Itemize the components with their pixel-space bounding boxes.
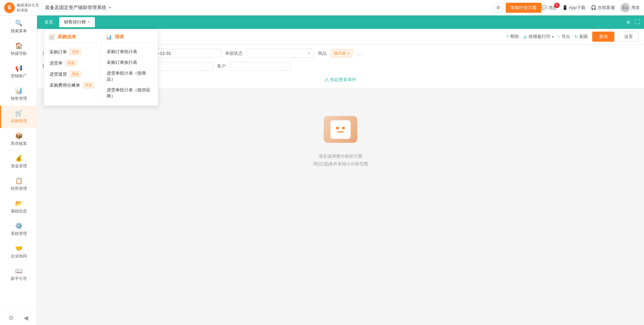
phone-icon: 📱 bbox=[562, 5, 568, 10]
inbound-stat-supplier-item[interactable]: 进货单统计表（按供应商） bbox=[105, 85, 154, 101]
purchase-icon: 🛒 bbox=[15, 110, 23, 117]
robot-eye-right bbox=[342, 127, 345, 129]
customer-dots: ··· bbox=[283, 64, 287, 69]
user-button[interactable]: Ea 用友 bbox=[620, 3, 640, 12]
sidebar-settings-icon[interactable]: ⚙ bbox=[8, 314, 14, 322]
system-icon: ⚙️ bbox=[15, 222, 23, 230]
message-icon: 💬 bbox=[541, 5, 547, 10]
salesperson-select[interactable]: ··· bbox=[152, 62, 213, 71]
print-chevron-icon: ▾ bbox=[552, 34, 554, 39]
purchase-expense-history-badge: 历史 bbox=[83, 82, 94, 88]
home-icon: 🏠 bbox=[15, 42, 23, 49]
topbar-right-area: 💬 消息 5 📱 App下载 🎧 在线客服 Ea 用友 bbox=[541, 3, 640, 12]
sidebar-item-inventory[interactable]: 📦 库存核算 bbox=[0, 128, 37, 151]
tabbar-close-button[interactable]: ✕ bbox=[625, 18, 632, 27]
logo-icon: 6 bbox=[4, 2, 15, 13]
export-button[interactable]: ↑ 导出 bbox=[558, 34, 571, 40]
customer-select[interactable]: ··· bbox=[230, 62, 290, 71]
sidebar-item-quick[interactable]: 🏠 快捷导航 bbox=[0, 38, 37, 60]
sidebar-item-sales[interactable]: 📊 销售管理 bbox=[0, 83, 37, 106]
purchase-section-icon: 🛒 bbox=[48, 33, 56, 41]
collapse-arrow-icon: ⋀ bbox=[325, 77, 329, 82]
sidebar-item-finance[interactable]: 💰 资金管理 bbox=[0, 151, 37, 173]
settings-button[interactable]: 设置 bbox=[618, 32, 639, 42]
finance-icon: 💰 bbox=[15, 155, 23, 162]
refresh-button[interactable]: ↻ 刷新 bbox=[574, 34, 588, 40]
tab-close-icon[interactable]: × bbox=[88, 20, 90, 25]
help-button[interactable]: ? 帮助 bbox=[506, 34, 518, 40]
purchase-order-history-badge: 历史 bbox=[70, 49, 81, 55]
purchase-order-exec-item[interactable]: 采购订单执行表 bbox=[105, 57, 154, 68]
report-section-icon: 📊 bbox=[105, 33, 113, 41]
tabbar: 首页 销售排行榜 × ✕ ⛶ bbox=[37, 15, 644, 29]
return-goods-history-badge: 历史 bbox=[70, 71, 81, 77]
goods-label: 商品 bbox=[318, 50, 327, 56]
doc-status-chevron-icon: ▾ bbox=[308, 51, 310, 56]
user-avatar: Ea bbox=[620, 3, 630, 12]
operation-icon: 📋 bbox=[15, 177, 23, 185]
robot-mouth bbox=[337, 131, 344, 132]
purchase-section-header: 🛒 采购业务 bbox=[48, 33, 97, 43]
robot-eyes bbox=[336, 127, 345, 129]
sidebar-item-guide[interactable]: 📖 新手引导 bbox=[0, 263, 37, 286]
customer-label: 客户 bbox=[217, 63, 226, 69]
help-icon: ? bbox=[506, 34, 508, 39]
doc-status-select[interactable]: ▾ bbox=[247, 49, 314, 58]
empty-icon-bg bbox=[324, 116, 357, 143]
purchase-order-item[interactable]: 采购订单 历史 bbox=[48, 46, 97, 57]
title-chevron-icon[interactable]: ▾ bbox=[109, 5, 111, 10]
print-icon: 🖨 bbox=[523, 34, 527, 39]
salesperson-dots: ··· bbox=[206, 64, 209, 69]
online-service-button[interactable]: 🎧 在线客服 bbox=[591, 5, 615, 11]
date-range-input[interactable]: ~12-31 bbox=[154, 49, 221, 58]
collapse-button[interactable]: ⋀ 收起更多条件 bbox=[323, 75, 358, 85]
inbound-order-item[interactable]: 进货单 历史 bbox=[48, 57, 97, 69]
topbar-gear-button[interactable]: ⚙ bbox=[494, 3, 503, 12]
query-button[interactable]: 查询 bbox=[592, 32, 614, 42]
inbound-order-history-badge: 历史 bbox=[65, 60, 77, 66]
search-icon: 🔍 bbox=[15, 19, 23, 27]
guide-icon: 📖 bbox=[15, 267, 23, 275]
sidebar-item-basic[interactable]: 📂 基础信息 bbox=[0, 196, 37, 218]
print-button[interactable]: 🖨 按模板打印 ▾ bbox=[523, 34, 554, 40]
sidebar-collapse-icon[interactable]: ◀ bbox=[24, 314, 28, 322]
robot-face bbox=[330, 120, 351, 139]
sidebar-item-system[interactable]: ⚙️ 系统管理 bbox=[0, 218, 37, 241]
tabbar-expand-button[interactable]: ⛶ bbox=[633, 18, 641, 27]
report-col: 📊 报表 采购订单统计表 采购订单执行表 进货单统计表（按商品） 进货单统计表（… bbox=[101, 33, 158, 101]
marketing-icon: 📢 bbox=[15, 65, 23, 72]
refresh-icon: ↻ bbox=[574, 34, 578, 39]
tab-home[interactable]: 首页 bbox=[40, 17, 58, 27]
sidebar-item-marketing[interactable]: 📢 营销推广 bbox=[0, 60, 37, 83]
app-download-button[interactable]: 📱 App下载 bbox=[562, 5, 585, 11]
purchase-dropdown: 🛒 采购业务 采购订单 历史 进货单 历史 进货退货 历史 采购费用分摊单 历史… bbox=[44, 29, 158, 106]
purchase-business-col: 🛒 采购业务 采购订单 历史 进货单 历史 进货退货 历史 采购费用分摊单 历史 bbox=[44, 33, 101, 101]
message-button[interactable]: 💬 消息 5 bbox=[541, 5, 557, 11]
tab-sales-rank[interactable]: 销售排行榜 × bbox=[59, 17, 95, 27]
topbar: 6 畅捷通好生意 标准版 装备及固定资产辅助管理系统 ▾ ⚙ 体验行业方案 💬 … bbox=[0, 0, 644, 15]
headset-icon: 🎧 bbox=[591, 5, 596, 10]
sidebar-item-purchase[interactable]: 🛒 采购管理 bbox=[0, 106, 37, 128]
robot-eye-left bbox=[336, 127, 339, 129]
message-badge: 5 bbox=[554, 3, 560, 8]
purchase-expense-item[interactable]: 采购费用分摊单 历史 bbox=[48, 80, 97, 91]
sidebar-item-operation[interactable]: 📋 经营管理 bbox=[0, 173, 37, 196]
sidebar-item-search[interactable]: 🔍 搜索菜单 bbox=[0, 15, 37, 38]
doc-status-label: 单据状态 bbox=[225, 50, 243, 56]
empty-text: 请先选择要分析的方案 用[过滤]条件来缩小分析范围 bbox=[313, 152, 368, 168]
sidebar-bottom: ⚙ ◀ bbox=[0, 311, 37, 325]
industry-button[interactable]: 体验行业方案 bbox=[506, 3, 541, 13]
goods-dots[interactable]: ... bbox=[357, 50, 361, 56]
sales-icon: 📊 bbox=[15, 87, 23, 94]
sidebar: 🔍 搜索菜单 🏠 快捷导航 📢 营销推广 📊 销售管理 🛒 采购管理 📦 库存核… bbox=[0, 15, 37, 325]
sidebar-item-enterprise[interactable]: 🤝 企业协同 bbox=[0, 241, 37, 263]
return-goods-item[interactable]: 进货退货 历史 bbox=[48, 69, 97, 80]
purchase-order-stat-item[interactable]: 采购订单统计表 bbox=[105, 46, 154, 57]
goods-tag: 设计桌 × bbox=[331, 49, 353, 57]
goods-tag-remove[interactable]: × bbox=[347, 51, 350, 56]
inbound-stat-goods-item[interactable]: 进货单统计表（按商品） bbox=[105, 68, 154, 85]
enterprise-icon: 🤝 bbox=[15, 245, 23, 252]
empty-illustration bbox=[324, 116, 357, 150]
logo-area: 6 畅捷通好生意 标准版 bbox=[4, 2, 41, 13]
system-title: 装备及固定资产辅助管理系统 ▾ bbox=[45, 5, 494, 11]
